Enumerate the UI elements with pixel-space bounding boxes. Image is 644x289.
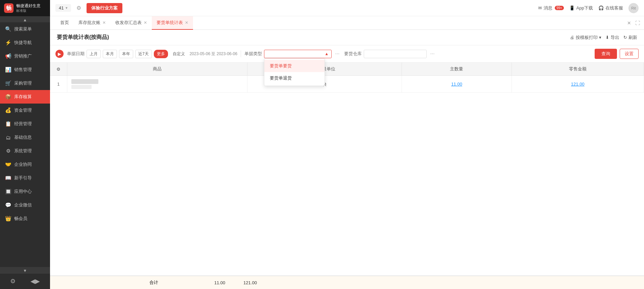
avatar-text: Rit (631, 6, 636, 10)
sidebar-item-marketing[interactable]: 📢 营销推广 (0, 49, 50, 63)
sidebar-bottom: ⚙ ◀▶ (0, 273, 50, 289)
date-this-year-btn[interactable]: 本年 (119, 50, 133, 58)
sidebar-label-wechat: 企业微信 (14, 202, 32, 208)
message-action[interactable]: ✉ 消息 99+ (538, 5, 564, 11)
export-label: 导出 (611, 35, 619, 41)
settings-action-button[interactable]: 设置 (620, 49, 639, 59)
refresh-btn[interactable]: ↻ 刷新 (623, 35, 637, 41)
doc-type-select[interactable]: ▲ (264, 50, 332, 58)
tab-close-receivable[interactable]: ✕ (144, 20, 147, 25)
sidebar-scroll-down[interactable]: ▼ (0, 267, 50, 273)
app-label: App下载 (576, 5, 593, 11)
tabs-bar: 首页库存批次账✕收发存汇总表✕要货单统计表✕ ✕ ⛶ (50, 16, 644, 30)
filter-expand-btn[interactable]: ▶ (55, 50, 64, 58)
warehouse-more-icon[interactable]: ··· (429, 51, 436, 57)
sidebar-item-quicknav[interactable]: ⚡ 快捷导航 (0, 36, 50, 49)
sidebar-icon-guide: 📖 (5, 175, 11, 181)
sidebar-item-system[interactable]: ⚙ 系统管理 (0, 144, 50, 158)
sidebar-item-members[interactable]: 👑 畅会员 (0, 212, 50, 225)
sidebar-icon-quicknav: ⚡ (5, 39, 11, 46)
main-area: 41 ▾ ⚙ 体验行业方案 ✉ 消息 99+ 📱 App下载 🎧 在线客服 Ri… (50, 0, 644, 289)
doc-type-input[interactable] (267, 51, 325, 57)
date-range-text: 2023-05-06 至 2023-06-06 (190, 51, 237, 57)
trial-button[interactable]: 体验行业方案 (87, 3, 122, 13)
header-settings-btn[interactable]: ⚙ (75, 3, 82, 13)
sidebar-item-purchase[interactable]: 🛒 采购管理 (0, 76, 50, 90)
sidebar-label-appcenter: 应用中心 (14, 188, 32, 195)
query-button[interactable]: 查询 (595, 49, 617, 59)
date-more-btn[interactable]: 更多 (154, 50, 168, 58)
page-title-bar: 要货单统计表(按商品) 🖨 按模板打印 ▾ ⬇ 导出 ↻ 刷新 (50, 30, 644, 45)
date-custom-btn[interactable]: 自定义 (170, 50, 188, 58)
tab-label-order-stats: 要货单统计表 (157, 20, 183, 26)
top-header: 41 ▾ ⚙ 体验行业方案 ✉ 消息 99+ 📱 App下载 🎧 在线客服 Ri… (50, 0, 644, 16)
date-this-month-btn[interactable]: 本月 (103, 50, 117, 58)
tabs-expand-btn[interactable]: ⛶ (634, 19, 641, 27)
page-title-actions: 🖨 按模板打印 ▾ ⬇ 导出 ↻ 刷新 (570, 35, 637, 41)
service-action[interactable]: 🎧 在线客服 (598, 5, 623, 11)
cell-num-0: 1 (50, 76, 67, 93)
sidebar-item-wechat[interactable]: 💬 企业微信 (0, 198, 50, 212)
sidebar-icon-basicinfo: 🗂 (5, 134, 11, 141)
message-label: 消息 (544, 5, 552, 11)
sidebar-item-basicinfo[interactable]: 🗂 基础信息 (0, 131, 50, 144)
tab-order-stats[interactable]: 要货单统计表✕ (152, 16, 193, 30)
dropdown-item-return[interactable]: 要货单退货 (264, 72, 325, 84)
tab-label-home: 首页 (60, 20, 69, 26)
logo-line2: 标准版 (16, 8, 41, 13)
company-selector[interactable]: 41 ▾ (55, 4, 71, 12)
logo-text: 畅捷通好生意 标准版 (16, 3, 41, 13)
app-download-action[interactable]: 📱 App下载 (569, 5, 593, 11)
sidebar-item-operations[interactable]: 📋 经营管理 (0, 117, 50, 131)
sidebar-label-system: 系统管理 (14, 148, 32, 154)
sidebar-item-inventory[interactable]: 📦 库存核算 (0, 90, 50, 104)
message-icon: ✉ (538, 5, 542, 10)
sidebar-item-guide[interactable]: 📖 新手引导 (0, 171, 50, 185)
sidebar-collapse-btn[interactable]: ◀▶ (28, 276, 43, 286)
top-header-right: ✉ 消息 99+ 📱 App下载 🎧 在线客服 Rit (538, 3, 639, 13)
date-last7days-btn[interactable]: 近7天 (135, 50, 152, 58)
footer-quantity: 11.00 (203, 280, 237, 285)
col-settings[interactable]: ⚙ (50, 63, 67, 76)
print-icon: 🖨 (570, 35, 574, 40)
sidebar-item-cooperation[interactable]: 🤝 企业协同 (0, 158, 50, 171)
app-icon: 📱 (569, 5, 575, 10)
sidebar-label-guide: 新手引导 (14, 175, 32, 181)
export-icon: ⬇ (605, 35, 609, 40)
sidebar-label-purchase: 采购管理 (14, 80, 32, 86)
refresh-icon: ↻ (623, 35, 627, 40)
avatar[interactable]: Rit (628, 3, 639, 13)
sidebar-icon-cooperation: 🤝 (5, 161, 11, 168)
sidebar-item-sales[interactable]: 📊 销售管理 (0, 63, 50, 76)
print-template-btn[interactable]: 🖨 按模板打印 ▾ (570, 35, 601, 41)
sidebar-label-cooperation: 企业协同 (14, 161, 32, 168)
sidebar-logo: 畅 畅捷通好生意 标准版 (0, 0, 50, 16)
sidebar-item-appcenter[interactable]: 🔲 应用中心 (0, 185, 50, 198)
tab-batch[interactable]: 库存批次账✕ (74, 16, 111, 30)
export-btn[interactable]: ⬇ 导出 (605, 35, 619, 41)
print-label: 按模板打印 (576, 35, 598, 41)
doc-type-arrow[interactable]: ▲ (325, 51, 329, 56)
sidebar-label-marketing: 营销推广 (14, 53, 32, 59)
dropdown-item-order[interactable]: 要货单要货 (264, 60, 325, 72)
tabs-close-all-btn[interactable]: ✕ (626, 19, 633, 27)
sidebar-scroll-up[interactable]: ▲ (0, 16, 50, 22)
sidebar-label-finance: 资金管理 (14, 107, 32, 113)
tab-close-order-stats[interactable]: ✕ (185, 20, 188, 25)
footer-total-label: 合计 (149, 280, 158, 285)
tab-home[interactable]: 首页 (55, 16, 74, 30)
tab-receivable[interactable]: 收发存汇总表✕ (111, 16, 152, 30)
sidebar-label-basicinfo: 基础信息 (14, 134, 32, 140)
tab-close-batch[interactable]: ✕ (102, 20, 106, 25)
warehouse-input[interactable] (364, 50, 427, 58)
warehouse-label: 要货仓库 (344, 51, 362, 57)
sidebar-settings-btn[interactable]: ⚙ (7, 276, 18, 286)
tab-label-batch: 库存批次账 (78, 20, 100, 26)
filter-more-icon[interactable]: ··· (334, 51, 341, 57)
date-last-month-btn[interactable]: 上月 (87, 50, 101, 58)
sidebar-label-members: 畅会员 (14, 216, 27, 222)
sidebar-item-search[interactable]: 🔍 搜索菜单 (0, 22, 50, 36)
company-name: 41 (59, 5, 64, 10)
sidebar-item-finance[interactable]: 💰 资金管理 (0, 104, 50, 117)
sidebar-label-operations: 经营管理 (14, 121, 32, 127)
